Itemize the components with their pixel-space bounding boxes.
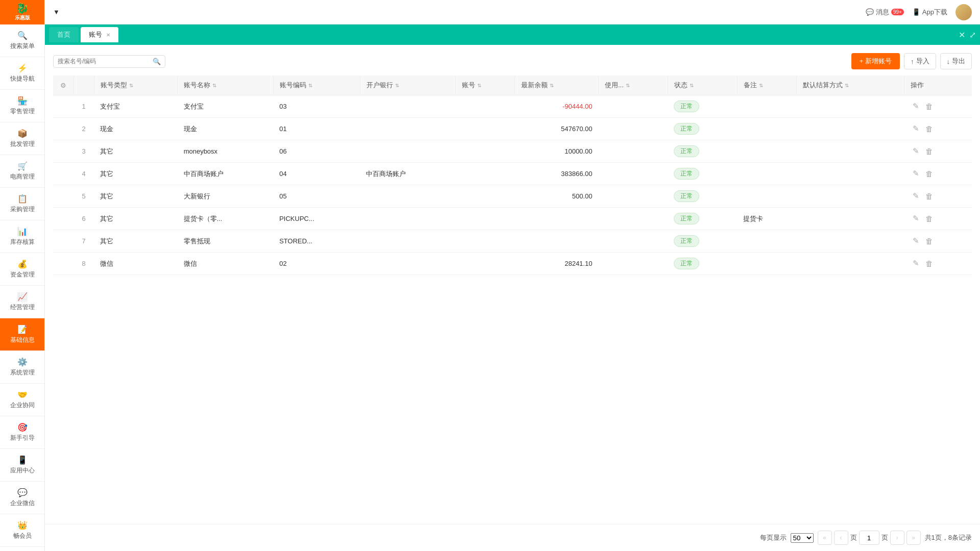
sidebar-item-new-guide[interactable]: 🎯 新手引导 <box>0 416 44 449</box>
next-page-btn[interactable]: › <box>890 531 904 545</box>
row-default-payment <box>796 118 904 140</box>
th-remark[interactable]: 备注 ⇅ <box>737 76 796 95</box>
page-size-select[interactable]: 50 100 200 <box>791 533 814 543</box>
delete-button[interactable]: 🗑 <box>923 235 935 246</box>
search-icon: 🔍 <box>153 58 161 65</box>
column-settings-icon[interactable]: ⚙ <box>60 82 66 89</box>
sort-default-payment-icon: ⇅ <box>845 83 849 88</box>
sidebar-item-purchase-mgmt[interactable]: 📋 采购管理 <box>0 188 44 220</box>
edit-button[interactable]: ✎ <box>911 123 921 134</box>
sidebar-item-ecommerce-mgmt[interactable]: 🛒 电商管理 <box>0 155 44 188</box>
tab-expand-icon[interactable]: ⤢ <box>969 30 976 40</box>
delete-button[interactable]: 🗑 <box>923 258 935 269</box>
header-dropdown[interactable]: ▼ <box>53 8 60 16</box>
capital-icon: 💰 <box>4 259 40 269</box>
retail-icon: 🏪 <box>4 96 40 106</box>
delete-button[interactable]: 🗑 <box>923 145 935 157</box>
search-box[interactable]: 🔍 <box>53 55 165 68</box>
app-download-btn[interactable]: 📱 App下载 <box>912 8 947 17</box>
sidebar-item-system-mgmt[interactable]: ⚙️ 系统管理 <box>0 351 44 384</box>
row-name: 中百商场账户 <box>178 163 274 185</box>
delete-button[interactable]: 🗑 <box>923 213 935 224</box>
sidebar-item-search-menu[interactable]: 🔍 搜索菜单 <box>0 24 44 57</box>
th-settings[interactable]: ⚙ <box>53 76 74 95</box>
sidebar-item-enterprise-wechat[interactable]: 💬 企业微信 <box>0 482 44 514</box>
edit-button[interactable]: ✎ <box>911 213 921 224</box>
row-usage <box>598 140 668 163</box>
new-account-button[interactable]: + 新增账号 <box>851 53 900 69</box>
row-name: 支付宝 <box>178 95 274 118</box>
search-input[interactable] <box>58 58 150 65</box>
sidebar-item-inventory-calc[interactable]: 📊 库存核算 <box>0 220 44 253</box>
sidebar-item-capital-mgmt[interactable]: 💰 资金管理 <box>0 253 44 286</box>
th-default-payment[interactable]: 默认结算方式 ⇅ <box>796 76 904 95</box>
sidebar-item-label: 畅会员 <box>4 532 40 540</box>
sidebar-item-app-center[interactable]: 📱 应用中心 <box>0 449 44 482</box>
sidebar-item-membership[interactable]: 👑 畅会员 <box>0 514 44 547</box>
tab-account-close[interactable]: ✕ <box>106 32 110 38</box>
table-row: 4 其它 中百商场账户 04 中百商场账户 383866.00 正常 ✎ 🗑 <box>53 163 972 185</box>
sidebar-item-label: 系统管理 <box>4 368 40 377</box>
system-icon: ⚙️ <box>4 357 40 367</box>
row-account <box>456 118 515 140</box>
th-account[interactable]: 账号 ⇅ <box>456 76 515 95</box>
delete-button[interactable]: 🗑 <box>923 168 935 179</box>
page-input[interactable] <box>859 531 879 545</box>
main-area: ▼ 💬 消息 99+ 📱 App下载 首页 账号 ✕ <box>45 0 980 551</box>
sidebar-item-operations-mgmt[interactable]: 📈 经营管理 <box>0 286 44 318</box>
row-bank: 中百商场账户 <box>360 163 456 185</box>
row-code: PICKUPC... <box>273 208 360 230</box>
edit-button[interactable]: ✎ <box>911 258 921 269</box>
edit-button[interactable]: ✎ <box>911 101 921 112</box>
sort-usage-icon: ⇅ <box>626 83 630 88</box>
th-name[interactable]: 账号名称 ⇅ <box>178 76 274 95</box>
sidebar-item-quick-nav[interactable]: ⚡ 快捷导航 <box>0 57 44 90</box>
avatar[interactable] <box>955 4 972 20</box>
row-usage <box>598 253 668 275</box>
edit-button[interactable]: ✎ <box>911 168 921 179</box>
th-bank[interactable]: 开户银行 ⇅ <box>360 76 456 95</box>
row-balance: 28241.10 <box>515 253 599 275</box>
sidebar: 🐉 乐惠版 🔍 搜索菜单 ⚡ 快捷导航 🏪 零售管理 📦 批发管理 🛒 电商管理… <box>0 0 45 551</box>
row-account <box>456 163 515 185</box>
sidebar-item-wholesale-mgmt[interactable]: 📦 批发管理 <box>0 122 44 155</box>
th-code[interactable]: 账号编码 ⇅ <box>273 76 360 95</box>
export-button[interactable]: ↓ 导出 <box>940 53 972 69</box>
message-btn[interactable]: 💬 消息 99+ <box>866 8 904 17</box>
sidebar-item-label: 搜索菜单 <box>4 42 40 51</box>
edit-button[interactable]: ✎ <box>911 190 921 202</box>
prev-page-btn[interactable]: ‹ <box>834 531 848 545</box>
row-name: 提货卡（零... <box>178 208 274 230</box>
avatar-image <box>955 4 972 20</box>
edit-button[interactable]: ✎ <box>911 145 921 157</box>
th-default-payment-label: 默认结算方式 <box>803 81 843 90</box>
last-page-btn[interactable]: » <box>906 531 921 545</box>
delete-button[interactable]: 🗑 <box>923 190 935 202</box>
tab-home[interactable]: 首页 <box>49 27 79 42</box>
tab-account[interactable]: 账号 ✕ <box>81 27 118 42</box>
first-page-btn[interactable]: « <box>818 531 832 545</box>
row-usage <box>598 118 668 140</box>
import-button[interactable]: ↑ 导入 <box>904 53 936 69</box>
sidebar-item-enterprise-agreement[interactable]: 🤝 企业协同 <box>0 384 44 416</box>
row-remark <box>737 95 796 118</box>
th-usage-label: 使用... <box>605 81 624 90</box>
row-remark <box>737 230 796 253</box>
tab-close-icon[interactable]: ✕ <box>959 30 965 40</box>
delete-button[interactable]: 🗑 <box>923 101 935 112</box>
row-balance <box>515 230 599 253</box>
row-settings <box>53 140 74 163</box>
th-status[interactable]: 状态 ⇅ <box>668 76 737 95</box>
sidebar-item-basic-info[interactable]: 📝 基础信息 <box>0 318 44 351</box>
row-settings <box>53 163 74 185</box>
row-actions: ✎ 🗑 <box>904 140 972 162</box>
edit-button[interactable]: ✎ <box>911 235 921 246</box>
status-badge: 正常 <box>674 235 699 247</box>
row-type: 其它 <box>94 230 178 253</box>
th-type[interactable]: 账号类型 ⇅ <box>94 76 178 95</box>
delete-button[interactable]: 🗑 <box>923 123 935 134</box>
tab-account-label: 账号 <box>89 30 102 39</box>
sidebar-item-retail-mgmt[interactable]: 🏪 零售管理 <box>0 90 44 122</box>
th-usage[interactable]: 使用... ⇅ <box>598 76 668 95</box>
th-balance[interactable]: 最新余额 ⇅ <box>515 76 599 95</box>
